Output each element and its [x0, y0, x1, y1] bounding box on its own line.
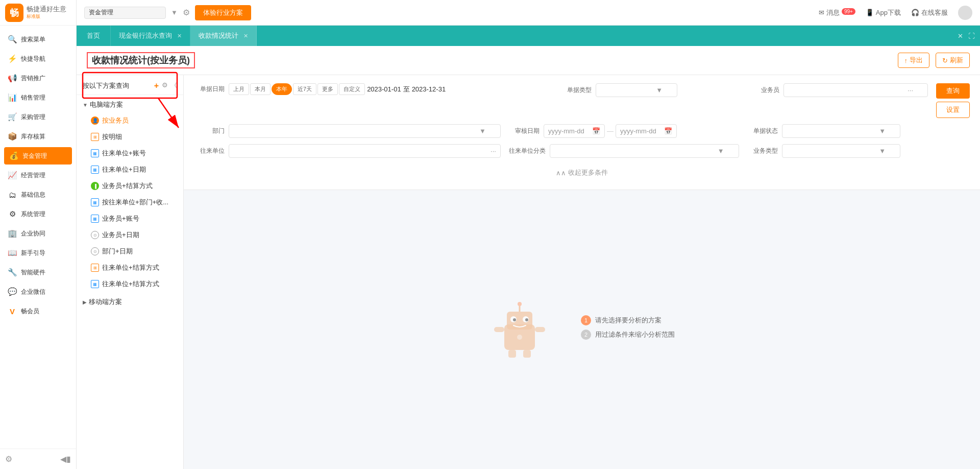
salesperson-more-icon: ··· — [908, 86, 913, 94]
user-avatar[interactable] — [958, 6, 972, 20]
refresh-btn[interactable]: ↻ 刷新 — [936, 53, 970, 68]
partner-label: 往来单位 — [194, 147, 225, 155]
left-panel-header: 按以下方案查询 + ⚙ 《 — [77, 75, 183, 95]
scheme-item-dept-date[interactable]: ⊙ 部门+日期 — [77, 243, 183, 260]
sidebar-item-marketing[interactable]: 📢 营销推广 — [0, 68, 76, 88]
tab-receipt-stats[interactable]: 收款情况统计 ✕ — [190, 26, 257, 46]
scheme-icon-table2: ▦ — [91, 166, 99, 174]
date-btn-7days[interactable]: 近7天 — [293, 83, 316, 95]
review-date-to[interactable]: yyyy-mm-dd 📅 — [616, 124, 677, 138]
biz-type-select[interactable]: ▼ — [782, 144, 900, 158]
sidebar-item-search-menu[interactable]: 🔍 搜索菜单 — [0, 30, 76, 49]
sidebar-item-system[interactable]: ⚙ 系统管理 — [0, 204, 76, 224]
date-quick-btns: 上月 本月 本年 近7天 更多 自定义 — [229, 83, 365, 95]
sales-icon: 📊 — [8, 93, 17, 102]
filter-area: 单据日期 上月 本月 本年 近7天 更多 自定义 2023- — [184, 75, 980, 190]
topbar-breadcrumb-input[interactable] — [84, 7, 166, 19]
date-btn-this-month[interactable]: 本月 — [250, 83, 271, 95]
tab-bank-flow-close[interactable]: ✕ — [177, 33, 182, 39]
export-btn[interactable]: ↑ 导出 — [898, 53, 930, 68]
sidebar-item-wechat[interactable]: 💬 企业微信 — [0, 282, 76, 301]
date-label: 单据日期 — [194, 85, 225, 93]
tab-home[interactable]: 首页 — [77, 26, 111, 46]
date-btn-more[interactable]: 更多 — [317, 83, 338, 95]
search-btn[interactable]: 查询 — [936, 83, 970, 99]
purchase-icon: 🛒 — [8, 112, 17, 122]
sidebar-item-basic-info[interactable]: 🗂 基础信息 — [0, 185, 76, 204]
collapse-filter-btn[interactable]: ∧∧ 收起更多条件 — [552, 164, 612, 181]
doc-status-select[interactable]: ▼ — [782, 124, 900, 138]
sidebar: 畅 畅捷通好生意 标准版 🔍 搜索菜单 ⚡ 快捷导航 📢 营销推广 📊 销售管理… — [0, 0, 77, 469]
sidebar-collapse-icon[interactable]: ◀▮ — [60, 454, 71, 464]
date-btn-this-year[interactable]: 本年 — [272, 83, 292, 95]
partner-input[interactable]: ··· — [229, 144, 501, 158]
topbar-gear-icon[interactable]: ⚙ — [183, 8, 190, 17]
empty-steps: 1 请先选择要分析的方案 2 用过滤条件来缩小分析范围 — [581, 315, 675, 344]
review-date-label: 审核日期 — [509, 127, 540, 135]
sidebar-item-guide[interactable]: 📖 新手引导 — [0, 243, 76, 263]
trial-btn[interactable]: 体验行业方案 — [195, 5, 251, 20]
scheme-settings-icon[interactable]: ⚙ — [162, 81, 168, 90]
salesperson-select[interactable]: ··· — [783, 83, 928, 97]
sidebar-item-inventory[interactable]: 📦 库存核算 — [0, 127, 76, 146]
add-scheme-icon[interactable]: + — [154, 81, 159, 90]
scheme-item-by-salesperson[interactable]: 👤 按业务员 — [77, 112, 183, 129]
tabs-window-controls: ✕ ⛶ — [958, 32, 980, 40]
scheme-item-partner-settle1[interactable]: ⊞ 往来单位+结算方式 — [77, 260, 183, 276]
refresh-icon: ↻ — [942, 57, 948, 64]
sidebar-item-quick-nav[interactable]: ⚡ 快捷导航 — [0, 49, 76, 68]
sidebar-item-operations[interactable]: 📈 经营管理 — [0, 166, 76, 185]
scheme-collapse-icon[interactable]: 《 — [171, 81, 177, 90]
search-menu-icon: 🔍 — [8, 35, 17, 44]
scheme-item-partner-settle2[interactable]: ▦ 往来单位+结算方式 — [77, 276, 183, 292]
topbar-messages[interactable]: ✉ 消息 99+ — [819, 8, 855, 17]
date-btn-last-month[interactable]: 上月 — [229, 83, 249, 95]
calendar-icon-from: 📅 — [592, 127, 600, 135]
scheme-icon-person: 👤 — [91, 116, 99, 125]
review-date-from[interactable]: yyyy-mm-dd 📅 — [544, 124, 605, 138]
sidebar-settings-icon[interactable]: ⚙ — [5, 454, 12, 464]
mobile-group-header[interactable]: ▶ 移动端方案 — [77, 294, 183, 310]
tab-receipt-stats-close[interactable]: ✕ — [243, 33, 248, 39]
date-btn-custom[interactable]: 自定义 — [339, 83, 365, 95]
scheme-item-partner-dept[interactable]: ▦ 按往来单位+部门+收... — [77, 194, 183, 210]
scheme-item-salesperson-date[interactable]: ⊙ 业务员+日期 — [77, 227, 183, 243]
page-title: 收款情况统计(按业务员) — [87, 52, 195, 68]
sidebar-item-enterprise[interactable]: 🏢 企业协同 — [0, 224, 76, 243]
logo-area: 畅 畅捷通好生意 标准版 — [0, 0, 76, 26]
sidebar-item-purchase[interactable]: 🛒 采购管理 — [0, 107, 76, 127]
window-close-icon[interactable]: ✕ — [958, 32, 963, 40]
scheme-item-salesperson-settle[interactable]: ▐ 业务员+结算方式 — [77, 178, 183, 194]
filter-actions: 查询 设置 — [936, 83, 970, 118]
sidebar-item-member[interactable]: V 畅会员 — [0, 301, 76, 321]
partner-category-chevron: ▼ — [718, 147, 724, 155]
left-panel: 按以下方案查询 + ⚙ 《 ▼ 电脑端方案 👤 按业务员 — [77, 75, 184, 469]
window-expand-icon[interactable]: ⛶ — [968, 32, 975, 40]
desktop-group-header[interactable]: ▼ 电脑端方案 — [77, 97, 183, 112]
settings-btn[interactable]: 设置 — [936, 102, 970, 118]
doc-type-select[interactable]: ▼ — [596, 83, 677, 97]
app-logo-icon: 畅 — [5, 4, 23, 22]
empty-step-1: 1 请先选择要分析的方案 — [581, 315, 675, 325]
scheme-label: 按往来单位+部门+收... — [102, 198, 168, 207]
dept-chevron: ▼ — [479, 127, 486, 135]
sidebar-item-sales[interactable]: 📊 销售管理 — [0, 88, 76, 107]
topbar-app-download[interactable]: 📱 App下载 — [866, 8, 901, 17]
scheme-item-by-detail[interactable]: ⊞ 按明细 — [77, 129, 183, 145]
main-area: ▼ ⚙ 体验行业方案 ✉ 消息 99+ 📱 App下载 🎧 在线客服 首页 — [77, 0, 980, 469]
topbar-online-service[interactable]: 🎧 在线客服 — [911, 8, 948, 17]
scheme-item-salesperson-account[interactable]: ▦ 业务员+账号 — [77, 210, 183, 227]
operations-icon: 📈 — [8, 171, 17, 180]
sidebar-nav: 🔍 搜索菜单 ⚡ 快捷导航 📢 营销推广 📊 销售管理 🛒 采购管理 📦 库存核… — [0, 26, 76, 449]
svg-rect-8 — [494, 327, 504, 332]
scheme-item-partner-date[interactable]: ▦ 往来单位+日期 — [77, 161, 183, 178]
partner-category-select[interactable]: ▼ — [550, 144, 739, 158]
tab-bank-flow[interactable]: 现金银行流水查询 ✕ — [111, 26, 190, 46]
topbar-chevron-icon[interactable]: ▼ — [171, 9, 178, 16]
sidebar-item-smart-hw[interactable]: 🔧 智能硬件 — [0, 263, 76, 282]
dept-select[interactable]: ▼ — [229, 124, 501, 138]
svg-rect-11 — [523, 350, 531, 358]
sidebar-item-finance[interactable]: 💰 资金管理 — [4, 147, 72, 165]
smart-hw-icon: 🔧 — [8, 268, 17, 277]
scheme-item-partner-account[interactable]: ▦ 往来单位+账号 — [77, 145, 183, 161]
